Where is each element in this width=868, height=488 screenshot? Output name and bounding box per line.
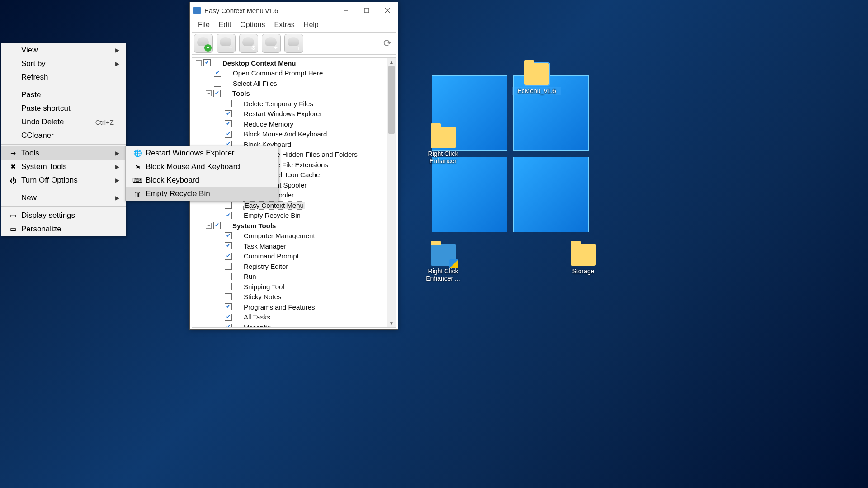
menu-item-turn-off-options[interactable]: ⏻Turn Off Options▶: [1, 174, 126, 187]
close-button[interactable]: [377, 2, 398, 19]
tree-checkbox[interactable]: [213, 90, 221, 97]
minimize-button[interactable]: [335, 2, 356, 19]
toolbar-refresh[interactable]: ⟳: [381, 37, 394, 50]
desktop-background: EcMenu_v1.6Right Click EnhancerRight Cli…: [0, 0, 868, 488]
menu-item-paste[interactable]: Paste: [1, 88, 126, 102]
tree-row-icon: [234, 293, 241, 300]
tree-item[interactable]: Task Manager: [192, 241, 396, 251]
titlebar[interactable]: Easy Context Menu v1.6: [190, 2, 398, 19]
tree-checkbox[interactable]: [225, 324, 232, 328]
tree-checkbox[interactable]: [225, 100, 232, 107]
tree-item[interactable]: −Tools: [192, 89, 396, 99]
tree-item[interactable]: Block Mouse And Keyboard: [192, 129, 396, 140]
toolbar-remove[interactable]: −: [217, 34, 236, 53]
menu-item-restart-windows-explorer[interactable]: 🌐Restart Windows Explorer: [126, 146, 278, 160]
tree-label: Computer Management: [244, 232, 315, 239]
menu-item-tools[interactable]: ➜Tools▶: [1, 146, 126, 160]
menu-item-refresh[interactable]: Refresh: [1, 70, 126, 84]
tree-checkbox[interactable]: [225, 242, 232, 249]
maximize-button[interactable]: [356, 2, 377, 19]
menu-item-empty-recycle-bin[interactable]: 🗑Empty Recycle Bin: [126, 187, 278, 201]
tree-item[interactable]: Select All Files: [192, 78, 396, 89]
menu-item-label: Block Mouse And Keyboard: [146, 162, 266, 171]
menu-item-sort-by[interactable]: Sort by▶: [1, 57, 126, 70]
scroll-down[interactable]: ▼: [387, 319, 396, 327]
tree-checkbox[interactable]: [225, 314, 232, 321]
menu-item-icon: [8, 60, 19, 68]
tree-checkbox[interactable]: [225, 303, 232, 310]
tree-item[interactable]: Msconfig: [192, 322, 396, 328]
tree-checkbox[interactable]: [225, 253, 232, 260]
tree-item[interactable]: Empty Recycle Bin: [192, 211, 396, 221]
menu-item-icon: [8, 194, 19, 202]
scroll-thumb[interactable]: [388, 66, 395, 134]
tree-toggle[interactable]: −: [196, 60, 202, 66]
svg-rect-1: [364, 8, 369, 13]
tree-item[interactable]: −Desktop Context Menu: [192, 58, 396, 68]
menu-help[interactable]: Help: [299, 19, 323, 30]
menu-item-system-tools[interactable]: ✖System Tools▶: [1, 160, 126, 174]
tree-checkbox[interactable]: [225, 202, 232, 209]
tree-item[interactable]: Restart Windows Explorer: [192, 109, 396, 119]
menu-item-new[interactable]: New▶: [1, 191, 126, 205]
tree-toggle[interactable]: −: [206, 223, 212, 229]
menu-item-personalize[interactable]: ▭Personalize: [1, 222, 126, 236]
tree-item[interactable]: Programs and Features: [192, 302, 396, 312]
tree-item[interactable]: All Tasks: [192, 312, 396, 323]
scrollbar[interactable]: ▲ ▼: [387, 58, 396, 327]
tree-row-icon: [234, 242, 241, 249]
tree-checkbox[interactable]: [225, 212, 232, 219]
tree-item[interactable]: Snipping Tool: [192, 282, 396, 292]
tree-checkbox[interactable]: [225, 232, 232, 239]
tree-checkbox[interactable]: [225, 120, 232, 127]
menu-extras[interactable]: Extras: [270, 19, 299, 30]
tree-item[interactable]: Open Command Prompt Here: [192, 68, 396, 79]
tree-item[interactable]: Delete Temporary Files: [192, 99, 396, 109]
tree-checkbox[interactable]: [225, 110, 232, 117]
tree-checkbox[interactable]: [225, 263, 232, 270]
tree-item[interactable]: Run: [192, 272, 396, 282]
menu-options[interactable]: Options: [236, 19, 269, 30]
menu-item-block-mouse-and-keyboard[interactable]: 🖱Block Mouse And Keyboard: [126, 160, 278, 174]
menu-file[interactable]: File: [193, 19, 214, 30]
tree-toggle[interactable]: −: [206, 90, 212, 96]
menu-item-label: Paste: [21, 90, 114, 99]
tree-checkbox[interactable]: [225, 293, 232, 300]
tree-checkbox[interactable]: [225, 283, 232, 290]
toolbar-settings[interactable]: ⚙: [239, 34, 258, 53]
desktop-icon-storage[interactable]: Storage: [558, 244, 608, 275]
menu-item-block-keyboard[interactable]: ⌨Block Keyboard: [126, 174, 278, 187]
scroll-up[interactable]: ▲: [387, 58, 396, 66]
toolbar-clean[interactable]: ✦: [262, 34, 281, 53]
tree-item[interactable]: Computer Management: [192, 231, 396, 241]
menu-edit[interactable]: Edit: [214, 19, 236, 30]
tree-label: Easy Context Menu: [244, 202, 305, 209]
menu-item-display-settings[interactable]: ▭Display settings: [1, 209, 126, 222]
toolbar-add[interactable]: +: [194, 34, 213, 53]
menu-item-undo-delete[interactable]: Undo DeleteCtrl+Z: [1, 115, 126, 129]
menu-item-label: Refresh: [21, 73, 114, 82]
tree-item[interactable]: Reduce Memory: [192, 119, 396, 129]
tree-checkbox[interactable]: [225, 273, 232, 280]
menu-item-icon: ✖: [8, 163, 19, 171]
tree-item[interactable]: Registry Editor: [192, 261, 396, 272]
tree-checkbox[interactable]: [213, 222, 221, 229]
menu-item-label: Turn Off Options: [21, 176, 114, 185]
tree-item[interactable]: Easy Context Menu: [192, 200, 396, 211]
tree-checkbox[interactable]: [214, 80, 221, 87]
tree-checkbox[interactable]: [214, 70, 221, 77]
menu-item-ccleaner[interactable]: CCleaner: [1, 129, 126, 142]
tree-item[interactable]: −System Tools: [192, 221, 396, 231]
tree-item[interactable]: Command Prompt: [192, 251, 396, 262]
submenu-arrow-icon: ▶: [114, 177, 119, 183]
tree-checkbox[interactable]: [225, 131, 232, 138]
desktop-icon-rce2[interactable]: Right Click Enhancer ...: [418, 244, 468, 282]
menu-item-view[interactable]: View▶: [1, 43, 126, 57]
desktop-icon-rce[interactable]: Right Click Enhancer: [418, 127, 468, 164]
tree-checkbox[interactable]: [203, 59, 211, 66]
desktop-icon-ecmenu[interactable]: EcMenu_v1.6: [512, 63, 561, 95]
tree-item[interactable]: Sticky Notes: [192, 292, 396, 302]
tree-label: Sticky Notes: [244, 293, 281, 300]
menu-item-paste-shortcut[interactable]: Paste shortcut: [1, 102, 126, 115]
toolbar-about[interactable]: i: [284, 34, 303, 53]
